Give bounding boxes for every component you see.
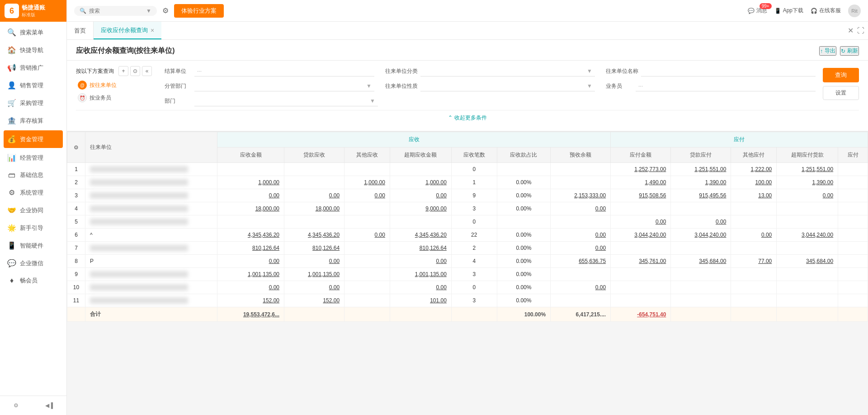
row-r-amount[interactable]: 4,345,436.20 [217, 229, 284, 242]
sidebar-item-finance[interactable]: 💰 资金管理 [4, 130, 63, 148]
sidebar-item-purchase[interactable]: 🛒 采购管理 [0, 94, 66, 112]
row-r-count[interactable]: 4 [451, 255, 497, 268]
row-r-ratio[interactable]: 0.00% [497, 281, 550, 294]
sidebar-item-search[interactable]: 🔍 搜索菜单 [0, 24, 66, 41]
export-button[interactable]: ↑ 导出 [819, 46, 836, 56]
avatar[interactable]: Rit [848, 5, 861, 17]
row-r-overdue[interactable]: 4,345,436.20 [390, 229, 451, 242]
row-p-loan[interactable]: 345,684.00 [671, 255, 731, 268]
sidebar-item-hardware[interactable]: 📱 智能硬件 [0, 237, 66, 254]
sidebar-item-operation[interactable]: 📊 经营管理 [0, 149, 66, 167]
row-r-ratio[interactable]: 0.00% [497, 294, 550, 307]
row-r-overdue[interactable]: 810,126.64 [390, 242, 451, 255]
row-p-loan[interactable]: 0.00 [671, 215, 731, 229]
sidebar-item-marketing[interactable]: 📢 营销推广 [0, 59, 66, 76]
row-p-loan[interactable]: 915,495.56 [671, 189, 731, 202]
partner-name-input[interactable] [641, 66, 816, 76]
row-p-loan[interactable]: 3,044,240.00 [671, 229, 731, 242]
row-r-overdue[interactable]: 9,000.00 [390, 202, 451, 215]
row-r-loan[interactable]: 0.00 [284, 255, 344, 268]
row-r-amount[interactable]: 152.00 [217, 294, 284, 307]
sidebar-item-guide[interactable]: 🌟 新手引导 [0, 219, 66, 237]
row-p-other[interactable]: 77.00 [731, 255, 777, 268]
row-r-ratio[interactable]: 0.00% [497, 202, 550, 215]
row-p-overdue[interactable]: 0.00 [777, 189, 838, 202]
tab-close-window-icon[interactable]: ✕ [848, 26, 854, 35]
expand-scheme-btn[interactable]: « [142, 66, 152, 76]
row-p-overdue[interactable]: 1,251,551.00 [777, 163, 838, 176]
search-chevron-icon[interactable]: ▼ [146, 8, 151, 14]
row-p-overdue[interactable]: 3,044,240.00 [777, 229, 838, 242]
row-r-count[interactable]: 0 [451, 281, 497, 294]
settings-icon[interactable]: ⚙ [162, 6, 169, 15]
row-r-loan[interactable]: 18,000.00 [284, 202, 344, 215]
add-scheme-btn[interactable]: + [118, 66, 128, 76]
row-r-loan[interactable]: 4,345,436.20 [284, 229, 344, 242]
row-r-overdue[interactable]: 1,000.00 [390, 176, 451, 189]
row-r-count[interactable]: 0 [451, 163, 497, 176]
row-p-loan[interactable]: 1,390.00 [671, 176, 731, 189]
sidebar-item-basic[interactable]: 🗃 基础信息 [0, 167, 66, 184]
row-p-other[interactable]: 0.00 [731, 229, 777, 242]
row-p-amount[interactable]: 915,508.56 [611, 189, 671, 202]
tab-home[interactable]: 首页 [67, 22, 94, 39]
row-r-overdue[interactable]: 0.00 [390, 189, 451, 202]
tab-close-icon[interactable]: × [151, 27, 154, 34]
row-r-count[interactable]: 3 [451, 268, 497, 281]
tab-maximize-icon[interactable]: ⛶ [857, 27, 864, 35]
row-r-loan[interactable]: 0.00 [284, 281, 344, 294]
row-p-overdue[interactable]: 1,390.00 [777, 176, 838, 189]
row-r-ratio[interactable]: 0.00% [497, 189, 550, 202]
row-r-amount[interactable]: 1,000.00 [217, 176, 284, 189]
row-r-count[interactable]: 3 [451, 202, 497, 215]
row-r-prepay[interactable]: 0.00 [551, 242, 611, 255]
row-r-prepay[interactable]: 0.00 [551, 281, 611, 294]
row-r-count[interactable]: 9 [451, 189, 497, 202]
row-p-amount[interactable]: 1,490.00 [611, 176, 671, 189]
partner-nature-select[interactable]: ▼ [420, 81, 595, 91]
settlement-unit-input[interactable]: ··· [194, 66, 374, 76]
row-r-overdue[interactable]: 0.00 [390, 255, 451, 268]
row-p-other[interactable]: 13.00 [731, 189, 777, 202]
row-p-amount[interactable]: 1,252,773.00 [611, 163, 671, 176]
salesman-input[interactable]: ··· [636, 81, 816, 91]
message-action[interactable]: 💬 消息 99+ [748, 7, 767, 14]
row-r-ratio[interactable]: 0.00% [497, 242, 550, 255]
topbar-search-box[interactable]: 🔍 ▼ [74, 6, 157, 16]
row-p-amount[interactable]: 3,044,240.00 [611, 229, 671, 242]
search-input[interactable] [89, 8, 143, 14]
solution-button[interactable]: 体验行业方案 [174, 4, 224, 18]
row-r-count[interactable]: 1 [451, 176, 497, 189]
row-r-prepay[interactable]: 2,153,333.00 [551, 189, 611, 202]
row-r-prepay[interactable]: 0.00 [551, 202, 611, 215]
row-r-other[interactable]: 0.00 [344, 189, 390, 202]
row-r-loan[interactable]: 810,126.64 [284, 242, 344, 255]
settings-footer-btn[interactable]: ⚙ [9, 400, 23, 411]
row-r-ratio[interactable]: 0.00% [497, 255, 550, 268]
total-p-amount[interactable]: -654,751.40 [611, 307, 671, 322]
row-r-loan[interactable]: 1,001,135.00 [284, 268, 344, 281]
row-r-other[interactable]: 1,000.00 [344, 176, 390, 189]
row-r-count[interactable]: 0 [451, 215, 497, 229]
row-r-prepay[interactable]: 655,636.75 [551, 255, 611, 268]
dept-manager-select[interactable]: ▼ [194, 81, 374, 91]
row-r-prepay[interactable]: 0.00 [551, 229, 611, 242]
total-r-amount[interactable]: 19,553,472,6... [217, 307, 284, 322]
online-service-action[interactable]: 🎧 在线客服 [811, 7, 841, 14]
row-r-count[interactable]: 3 [451, 294, 497, 307]
row-r-overdue[interactable]: 1,001,135.00 [390, 268, 451, 281]
row-r-amount[interactable]: 1,001,135.00 [217, 268, 284, 281]
row-r-count[interactable]: 2 [451, 242, 497, 255]
row-r-overdue[interactable]: 0.00 [390, 281, 451, 294]
row-r-amount[interactable]: 0.00 [217, 189, 284, 202]
row-r-amount[interactable]: 0.00 [217, 255, 284, 268]
query-button[interactable]: 查询 [823, 68, 859, 82]
edit-scheme-btn[interactable]: ⊙ [130, 66, 140, 76]
sidebar-item-system[interactable]: ⚙ 系统管理 [0, 184, 66, 201]
tab-active[interactable]: 应收应付余额查询 × [94, 22, 161, 39]
sidebar-item-wechat[interactable]: 💬 企业微信 [0, 254, 66, 272]
department-select[interactable]: ▼ [194, 96, 378, 106]
row-r-loan[interactable]: 152.00 [284, 294, 344, 307]
app-download-action[interactable]: 📱 App下载 [774, 7, 803, 14]
settings-col-header[interactable]: ⚙ [67, 132, 85, 163]
